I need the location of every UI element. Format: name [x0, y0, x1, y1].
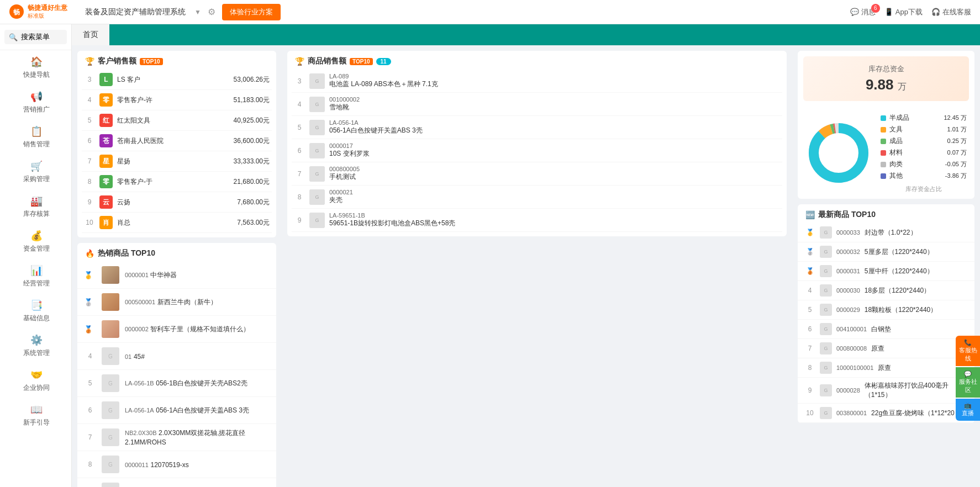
inventory-total-label: 库存总资金 — [811, 64, 961, 74]
legend-val: 12.45 万 — [944, 114, 967, 122]
hot-product-2[interactable]: 🥈 000500001 新西兰牛肉（新牛） — [77, 289, 276, 316]
phone-icon: 📱 — [884, 8, 893, 16]
customer-item-9[interactable]: 9 云 云扬 7,680.00元 — [82, 192, 272, 213]
lp-code: 0000030 — [836, 287, 860, 294]
sidebar-item-sales[interactable]: 📋 销售管理 — [0, 120, 71, 155]
hot-product-9[interactable]: 9 G KK-SD22110H 花语萌恒温分腿睡袋（厚款） — [77, 478, 276, 487]
sidebar-search-area[interactable]: 🔍 搜索菜单 — [0, 24, 71, 50]
sidebar-item-label: 经营管理 — [23, 279, 50, 288]
cs-live-btn[interactable]: 📺 直播 — [956, 399, 980, 421]
sidebar-item-guide[interactable]: 📖 新手引导 — [0, 398, 71, 433]
online-service-action[interactable]: 🎧 在线客服 — [931, 7, 971, 17]
inventory-icon: 🏭 — [30, 195, 43, 207]
customer-sales-title: 客户销售额 — [98, 56, 136, 66]
lp-name: 封边带（1.0*22） — [865, 228, 968, 237]
cust-amount: 36,600.00元 — [234, 136, 270, 146]
product-item-7[interactable]: 7 G 000800005 手机测试 — [292, 162, 782, 186]
message-action[interactable]: 💬 消息 6 — [850, 7, 876, 17]
latest-prod-2[interactable]: 🥈 G 0000032 5厘多层（1220*2440） — [798, 242, 974, 262]
ops-icon: 📊 — [30, 264, 43, 277]
cust-name: 星扬 — [117, 157, 229, 166]
hot-product-6[interactable]: 6 G LA-056-1A 056-1A白色按键开关盖ABS 3壳 — [77, 397, 276, 424]
sidebar-item-system[interactable]: ⚙️ 系统管理 — [0, 329, 71, 363]
hot-product-3[interactable]: 🥉 0000002 智利车子里（规格不知道填什么） — [77, 316, 276, 343]
latest-prod-4[interactable]: 4 G 0000030 18多层（1220*2440） — [798, 281, 974, 300]
latest-prod-6[interactable]: 6 G 004100001 白钢垫 — [798, 320, 974, 339]
hot-product-7[interactable]: 7 G NB2.0X30B 2.0X30MM双搓花轴,搓花直径2.1MM/ROH… — [77, 424, 276, 451]
product-item-8[interactable]: 8 G 0000021 夹壳 — [292, 186, 782, 209]
customer-item-6[interactable]: 6 苍 苍南县人民医院 36,600.00元 — [82, 131, 272, 151]
hot-products-header: 🔥 热销商品 TOP10 — [77, 243, 276, 262]
sidebar-item-quick[interactable]: 🏠 快捷导航 — [0, 50, 71, 85]
home-tab-label: 首页 — [83, 30, 98, 40]
left-column: 🏆 客户销售额 TOP10 3 L LS 客户 53,006.26元 — [72, 45, 282, 487]
product-item-6[interactable]: 6 G 0000017 10S 变利罗浆 — [292, 139, 782, 162]
legend-val: 0.25 万 — [947, 137, 967, 145]
product-item-5[interactable]: 5 G LA-056-1A 056-1A白色按键开关盖ABS 3壳 — [292, 116, 782, 139]
cs-community-btn[interactable]: 💬 服务社区 — [956, 367, 980, 398]
latest-prod-5[interactable]: 5 G 0000029 18颗粒板（1220*2440） — [798, 300, 974, 320]
cust-name: 零售客户-许 — [117, 96, 229, 105]
hot-product-5[interactable]: 5 G LA-056-1B 056-1B白色按键开关壳ABS2壳 — [77, 370, 276, 397]
message-badge: 6 — [871, 4, 880, 13]
prod-code: 001000002 — [329, 96, 780, 103]
customer-item-8[interactable]: 8 零 零售客户-于 21,680.00元 — [82, 172, 272, 192]
system-dropdown-btn[interactable]: ▼ — [194, 8, 201, 16]
hot-prod-info: 01 45# — [125, 352, 270, 361]
legend-val: 0.07 万 — [947, 149, 967, 157]
settings-btn[interactable]: ⚙ — [206, 4, 218, 19]
hot-prod-info: 0000001 中华神器 — [125, 271, 270, 280]
lp-rank: 🥈 — [804, 248, 815, 256]
sidebar-item-operations[interactable]: 📊 经营管理 — [0, 259, 71, 294]
customer-item-7[interactable]: 7 星 星扬 33,333.00元 — [82, 151, 272, 172]
customer-item-3[interactable]: 3 L LS 客户 53,006.26元 — [82, 70, 272, 90]
tab-home[interactable]: 首页 — [72, 24, 109, 45]
latest-prod-10[interactable]: 10 G 003800001 22g鱼豆腐-烧烤味（1*12*20） — [798, 404, 974, 423]
latest-prod-1[interactable]: 🥇 G 0000033 封边带（1.0*22） — [798, 223, 974, 242]
legend-dot — [881, 150, 886, 156]
hot-product-8[interactable]: 8 G 0000011 12070519-xs — [77, 451, 276, 478]
lp-img: G — [820, 362, 832, 374]
customer-item-10[interactable]: 10 肖 肖总 7,563.00元 — [82, 213, 272, 233]
latest-prod-7[interactable]: 7 G 000800008 原查 — [798, 339, 974, 358]
hot-prod-info: 0000011 12070519-xs — [125, 460, 270, 469]
latest-prod-9[interactable]: 9 G 0000028 体彬嘉核味苏打饮品400毫升（1*15） — [798, 378, 974, 404]
rank-num: 6 — [84, 137, 95, 145]
customer-item-4[interactable]: 4 零 零售客户-许 51,183.00元 — [82, 90, 272, 110]
trial-btn[interactable]: 体验行业方案 — [222, 4, 281, 20]
cust-amount: 51,183.00元 — [234, 96, 270, 105]
logo-text-area: 畅捷通好生意 标准版 — [28, 4, 67, 19]
hot-product-4[interactable]: 4 G 01 45# — [77, 343, 276, 370]
cs-hotline-btn[interactable]: 📞 客服热线 — [956, 336, 980, 366]
app-download-action[interactable]: 📱 App下载 — [884, 7, 923, 17]
hot-products-list: 🥇 0000001 中华神器 🥈 — [77, 262, 276, 487]
lp-name: 18多层（1220*2440） — [865, 286, 968, 295]
legend-dot — [881, 139, 886, 144]
prod-name: 夹壳 — [329, 195, 780, 205]
prod-img: G — [309, 166, 325, 182]
hot-prod-code: 0000001 — [125, 272, 149, 278]
rank-2-icon: 🥈 — [84, 298, 96, 306]
legend-val: 1.01 万 — [947, 125, 967, 134]
hot-product-1[interactable]: 🥇 0000001 中华神器 — [77, 262, 276, 289]
lp-rank: 🥉 — [804, 267, 815, 275]
product-item-4[interactable]: 4 G 001000002 雪地靴 — [292, 93, 782, 116]
sidebar-item-basic[interactable]: 📑 基础信息 — [0, 294, 71, 329]
latest-prod-3[interactable]: 🥉 G 0000031 5厘中纤（1220*2440） — [798, 262, 974, 281]
product-item-9[interactable]: 9 G LA-59651-1B 59651-1B旋转投影灯电池盒ABS黑色+58… — [292, 209, 782, 232]
latest-prod-8[interactable]: 8 G 10000100001 原查 — [798, 358, 974, 378]
header-right: 💬 消息 6 📱 App下载 🎧 在线客服 — [850, 7, 971, 17]
sidebar-item-finance[interactable]: 💰 资金管理 — [0, 224, 71, 259]
product-item-3[interactable]: 3 G LA-089 电池盖 LA-089 ABS本色＋黑种 7.1克 — [292, 70, 782, 93]
sidebar-item-enterprise[interactable]: 🤝 企业协同 — [0, 363, 71, 398]
sidebar-item-marketing[interactable]: 📢 营销推广 — [0, 85, 71, 120]
legend-name: 文具 — [889, 125, 944, 134]
lp-img: G — [820, 284, 832, 297]
sidebar-item-purchase[interactable]: 🛒 采购管理 — [0, 155, 71, 189]
legend-name: 材料 — [889, 148, 944, 157]
rank-num: 7 — [84, 157, 95, 165]
customer-item-5[interactable]: 5 红 红太阳文具 40,925.00元 — [82, 110, 272, 131]
sidebar-item-inventory[interactable]: 🏭 库存核算 — [0, 189, 71, 224]
lp-code: 0000031 — [836, 268, 860, 274]
hot-prod-img: G — [102, 483, 119, 487]
